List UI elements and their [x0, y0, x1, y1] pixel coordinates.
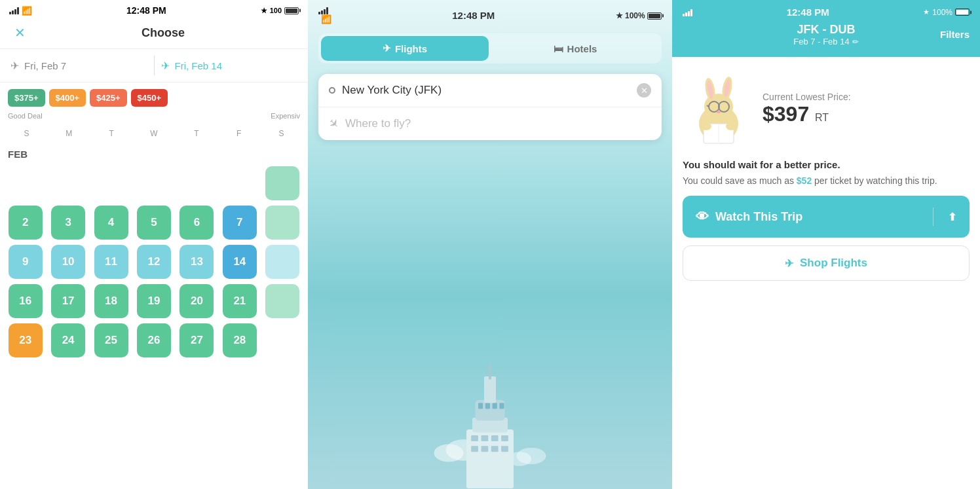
cal-day-22[interactable] — [265, 284, 299, 318]
svg-rect-13 — [471, 435, 478, 441]
return-date-label: Fri, Feb 14 — [175, 60, 223, 71]
month-label: FEB — [0, 143, 308, 162]
return-date[interactable]: ✈ Fri, Feb 14 — [161, 60, 298, 72]
cal-day-6[interactable]: 6 — [179, 206, 214, 240]
panel-calendar: 📶 12:48 PM ★ 100 ✕ Choose ✈ Fri, Feb 7 ✈… — [0, 0, 308, 489]
cal-day-18[interactable]: 18 — [94, 284, 128, 318]
status-right-icons: ★ 100 — [261, 7, 299, 15]
route-dates: Feb 7 - Feb 14 — [793, 37, 849, 46]
cal-day-13[interactable]: 13 — [179, 245, 214, 279]
svg-point-31 — [717, 111, 721, 113]
cal-day-16[interactable]: 16 — [9, 284, 43, 318]
bunny-section: Current Lowest Price: $397 RT — [683, 67, 970, 150]
cal-day-15[interactable] — [265, 245, 299, 279]
plane-depart-icon: ✈ — [10, 60, 19, 72]
watch-content: Current Lowest Price: $397 RT You should… — [672, 57, 980, 489]
cal-day-5[interactable]: 5 — [137, 206, 171, 240]
day-f: F — [217, 126, 260, 141]
battery-icon-watch — [955, 9, 970, 16]
price-value: $397 RT — [763, 102, 970, 126]
cal-day-7[interactable]: 7 — [223, 206, 257, 240]
empty-day — [94, 166, 128, 200]
day-s1: S — [5, 126, 48, 141]
cal-day-10[interactable]: 10 — [51, 245, 85, 279]
bluetooth-icon-main: ★ — [616, 11, 623, 20]
panel-main: 📶 12:48 PM ★ 100% ✈ Flights 🛏 Hotels New… — [308, 0, 672, 489]
svg-rect-14 — [481, 435, 489, 441]
cal-day-27[interactable]: 27 — [179, 323, 214, 357]
tab-hotels[interactable]: 🛏 Hotels — [491, 36, 659, 61]
tab-hotels-label: Hotels — [567, 43, 597, 54]
empty-day — [223, 166, 257, 200]
svg-rect-20 — [501, 446, 508, 452]
tab-flights[interactable]: ✈ Flights — [321, 36, 489, 61]
cal-day-26[interactable]: 26 — [137, 323, 171, 357]
cal-day-14[interactable]: 14 — [223, 245, 257, 279]
origin-row[interactable]: New York City (JFK) ✕ — [318, 74, 662, 107]
svg-point-3 — [517, 448, 546, 464]
price-badge-1: $375+ — [8, 89, 45, 107]
close-button[interactable]: ✕ — [10, 24, 29, 42]
cal-day-19[interactable]: 19 — [137, 284, 171, 318]
destination-row[interactable]: ✈ Where to fly? — [318, 107, 662, 140]
cal-day-21[interactable]: 21 — [223, 284, 257, 318]
binoculars-icon: 👁 — [696, 209, 709, 225]
svg-rect-17 — [471, 446, 478, 452]
price-badge-2: $400+ — [49, 89, 86, 107]
cal-day-4[interactable]: 4 — [94, 206, 128, 240]
status-bar-main: 📶 12:48 PM ★ 100% — [308, 0, 672, 28]
date-selectors: ✈ Fri, Feb 7 ✈ Fri, Feb 14 — [0, 49, 308, 82]
status-bar-watch: 12:48 PM ★ 100% — [672, 0, 980, 18]
recommendation-text: You should wait for a better price. — [683, 158, 970, 172]
price-legend: $375+ $400+ $425+ $450+ — [0, 82, 308, 111]
cal-day-20[interactable]: 20 — [179, 284, 214, 318]
share-icon[interactable]: ⬆ — [948, 211, 956, 223]
signal-icon — [9, 7, 19, 14]
legend-labels: Good Deal Expensiv — [0, 111, 308, 124]
day-m: M — [48, 126, 90, 141]
calendar-grid: 2 3 4 5 6 7 9 10 11 12 13 14 16 17 18 19… — [0, 162, 308, 361]
cal-day-11[interactable]: 11 — [94, 245, 128, 279]
battery-text-main: 100% — [625, 11, 645, 20]
plane-shop-icon: ✈ — [785, 257, 793, 270]
savings-text: You could save as much as $52 per ticket… — [683, 174, 970, 188]
cal-day-24[interactable]: 24 — [51, 323, 85, 357]
cal-day-2[interactable]: 2 — [9, 206, 43, 240]
price-badge-3: $425+ — [90, 89, 127, 107]
cal-day-8[interactable] — [265, 206, 299, 240]
empty-day — [51, 166, 85, 200]
plane-return-icon: ✈ — [161, 60, 170, 72]
status-right-main: ★ 100% — [616, 11, 662, 20]
svg-point-35 — [726, 122, 736, 130]
cal-day-3[interactable]: 3 — [51, 206, 85, 240]
origin-text: New York City (JFK) — [342, 84, 442, 97]
flights-icon: ✈ — [383, 43, 391, 54]
airport-tower-illustration — [431, 358, 549, 489]
cal-day-1[interactable] — [265, 166, 299, 200]
day-s2: S — [260, 126, 303, 141]
depart-date-label: Fri, Feb 7 — [24, 60, 66, 71]
depart-date[interactable]: ✈ Fri, Feb 7 — [10, 60, 147, 72]
svg-rect-18 — [481, 446, 489, 452]
savings-suffix: per ticket by watching this trip. — [812, 175, 937, 186]
savings-prefix: You could save as much as — [683, 175, 797, 186]
edit-icon[interactable]: ✏ — [852, 37, 859, 46]
filters-button[interactable]: Filters — [940, 29, 970, 40]
cal-day-12[interactable]: 12 — [137, 245, 171, 279]
shop-btn-label: Shop Flights — [800, 257, 867, 270]
legend-left: Good Deal — [8, 112, 43, 120]
empty-day — [179, 166, 214, 200]
shop-flights-button[interactable]: ✈ Shop Flights — [683, 245, 970, 281]
watch-trip-button[interactable]: 👁 Watch This Trip ⬆ — [683, 196, 970, 238]
cal-day-17[interactable]: 17 — [51, 284, 85, 318]
status-left-icons: 📶 — [9, 6, 32, 16]
clear-origin-button[interactable]: ✕ — [637, 83, 651, 98]
cal-day-23[interactable]: 23 — [9, 323, 43, 357]
battery-text-watch: 100% — [932, 8, 952, 17]
cal-day-9[interactable]: 9 — [9, 245, 43, 279]
cal-day-28[interactable]: 28 — [223, 323, 257, 357]
wifi-icon: 📶 — [22, 6, 32, 16]
tab-flights-label: Flights — [395, 43, 427, 54]
cal-day-25[interactable]: 25 — [94, 323, 128, 357]
recommendation-section: You should wait for a better price. You … — [683, 158, 970, 188]
